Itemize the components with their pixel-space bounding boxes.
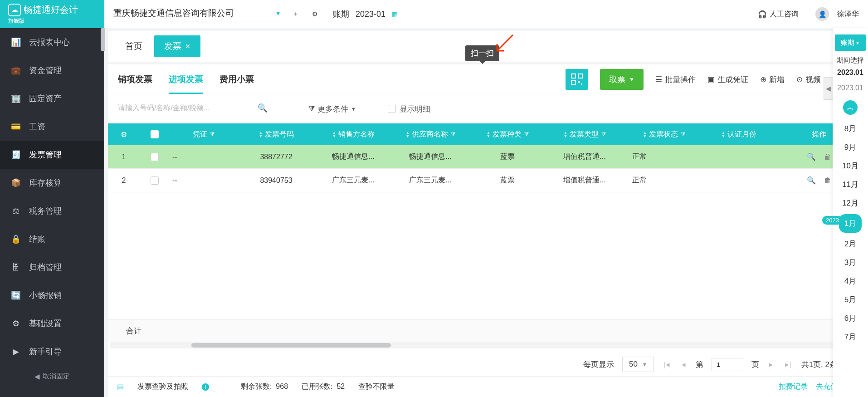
svg-rect-1 (578, 74, 582, 78)
prev-page-button[interactable]: ◂ (680, 360, 688, 369)
col-supplier[interactable]: ▲▼供应商名称⧩ (392, 130, 469, 139)
sidebar-item-8[interactable]: 🗄归档管理 (0, 253, 104, 281)
sidebar-item-1[interactable]: 💼资金管理 (0, 56, 104, 84)
month-item[interactable]: 9月 (833, 138, 868, 157)
sidebar-item-0[interactable]: 📊云报表中心 (0, 28, 104, 56)
page-prefix: 第 (696, 359, 703, 370)
table-row[interactable]: 2--83940753广东三元麦...广东三元麦...蓝票增值税普通...正常🔍… (108, 169, 865, 192)
search-icon[interactable]: 🔍 (258, 103, 268, 113)
cell-kind: 蓝票 (469, 176, 546, 185)
scroll-up-button[interactable]: ︽ (843, 100, 858, 115)
col-status[interactable]: ▲▼发票状态⧩ (623, 130, 705, 139)
month-item[interactable]: 11月 (833, 175, 868, 194)
first-page-button[interactable]: |◂ (662, 360, 672, 369)
month-item[interactable]: 10月 (833, 157, 868, 175)
page-tab-1[interactable]: 发票✕ (154, 35, 200, 57)
add-icon[interactable]: ＋ (291, 10, 300, 19)
col-number[interactable]: ▲▼发票号码 (238, 130, 315, 139)
table-body: 1--38872772畅捷通信息...畅捷通信息...蓝票增值税普通...正常🔍… (108, 145, 865, 192)
footer-title: 发票查验及拍照 (137, 382, 188, 392)
scan-qr-button[interactable] (566, 69, 588, 90)
cell-voucher: -- (170, 176, 238, 185)
show-detail-label: 显示明细 (400, 104, 430, 114)
cell-number: 38872772 (238, 153, 315, 161)
arrow-annotation (493, 33, 515, 55)
period-year-alt[interactable]: 2023.01 (837, 80, 863, 96)
avatar[interactable]: 👤 (815, 7, 829, 21)
scrollbar-thumb[interactable] (191, 343, 391, 348)
sidebar-item-label: 云报表中心 (29, 37, 70, 48)
delete-icon[interactable]: 🗑 (824, 176, 831, 185)
page-input[interactable] (712, 358, 743, 371)
video-button[interactable]: ⊙视频 (796, 74, 821, 85)
sub-tab-1[interactable]: 进项发票 (169, 65, 203, 93)
view-icon[interactable]: 🔍 (807, 176, 816, 185)
delete-icon[interactable]: 🗑 (824, 153, 831, 161)
month-item[interactable]: 6月 (833, 309, 868, 328)
col-kind[interactable]: ▲▼发票种类⧩ (469, 130, 546, 139)
support-link[interactable]: 🎧 人工咨询 (758, 10, 799, 19)
month-item[interactable]: 1月 (839, 214, 862, 233)
username: 徐泽华 (837, 10, 859, 19)
chevron-down-icon: ▼ (275, 10, 281, 17)
sidebar-item-9[interactable]: 🔄小畅报销 (0, 281, 104, 309)
next-page-button[interactable]: ▸ (767, 360, 775, 369)
per-page-select[interactable]: 50▼ (622, 357, 654, 372)
sidebar-item-4[interactable]: 🧾发票管理 (0, 141, 104, 169)
sidebar-item-7[interactable]: 🔒结账 (0, 225, 104, 253)
row-checkbox[interactable] (140, 176, 170, 185)
add-button[interactable]: ⊕新增 (760, 74, 785, 85)
fetch-button[interactable]: 取票 ▼ (600, 69, 644, 90)
select-all-column[interactable] (140, 130, 170, 138)
sub-tab-2[interactable]: 费用小票 (219, 65, 254, 93)
view-icon[interactable]: 🔍 (807, 152, 816, 161)
tab-close-icon[interactable]: ✕ (185, 43, 190, 50)
month-item[interactable]: 4月 (833, 272, 868, 290)
sidebar-item-10[interactable]: ⚙基础设置 (0, 309, 104, 338)
horizontal-scrollbar[interactable] (110, 342, 863, 348)
sidebar-item-3[interactable]: 💳工资 (0, 113, 104, 141)
month-item[interactable]: 8月 (833, 119, 868, 138)
batch-button[interactable]: ☰批量操作 (655, 74, 696, 85)
row-checkbox[interactable] (140, 153, 170, 161)
sum-label: 合计 (126, 326, 141, 336)
fee-log-link[interactable]: 扣费记录 (779, 382, 808, 392)
col-type[interactable]: ▲▼发票类型⧩ (546, 130, 623, 139)
col-seller[interactable]: ▲▼销售方名称 (315, 130, 392, 139)
last-page-button[interactable]: ▸| (783, 360, 793, 369)
gear-icon: ⚙ (11, 319, 21, 328)
panel-collapse-button[interactable]: ◀ (824, 77, 833, 100)
sidebar-item-6[interactable]: ⚖税务管理 (0, 197, 104, 225)
period-year-current[interactable]: 2023.01 (837, 65, 863, 80)
settings-icon[interactable]: ⚙ (310, 10, 319, 19)
col-month[interactable]: ▲▼认证月份 (705, 130, 773, 139)
table-row[interactable]: 1--38872772畅捷通信息...畅捷通信息...蓝票增值税普通...正常🔍… (108, 145, 865, 169)
sidebar-item-label: 固定资产 (29, 93, 62, 104)
sidebar-unpin[interactable]: ◀取消固定 (0, 366, 104, 387)
page-suffix: 页 (751, 359, 759, 370)
refresh-icon: 🔄 (11, 290, 21, 300)
more-filters-button[interactable]: ⧩ 更多条件 ▼ (308, 104, 356, 114)
used-label: 已用张数: (302, 382, 332, 390)
table-spacer (108, 192, 865, 319)
sidebar-item-2[interactable]: 🏢固定资产 (0, 84, 104, 113)
month-item[interactable]: 5月 (833, 290, 868, 309)
checkbox[interactable] (388, 105, 396, 113)
col-voucher[interactable]: 凭证⧩ (170, 130, 238, 139)
month-item[interactable]: 3月 (833, 253, 868, 272)
show-detail-toggle[interactable]: 显示明细 (388, 104, 430, 114)
sub-tab-0[interactable]: 销项发票 (118, 65, 152, 93)
search-input[interactable] (118, 104, 258, 112)
calendar-icon[interactable]: ▦ (390, 10, 399, 19)
month-item[interactable]: 12月 (833, 194, 868, 212)
company-selector[interactable]: 重庆畅捷交通信息咨询有限公司 ▼ (113, 7, 281, 21)
page-tab-0[interactable]: 首页 (115, 35, 152, 57)
period-button[interactable]: 账期 ▼ (835, 34, 866, 51)
sidebar-item-11[interactable]: ▶新手引导 (0, 338, 104, 366)
settings-column[interactable]: ⚙ (108, 130, 140, 139)
voucher-button[interactable]: ▣生成凭证 (707, 74, 748, 85)
sidebar-item-5[interactable]: 📦库存核算 (0, 169, 104, 197)
month-item[interactable]: 2月 (833, 235, 868, 253)
info-icon[interactable]: i (202, 383, 209, 391)
month-item[interactable]: 7月 (833, 328, 868, 346)
